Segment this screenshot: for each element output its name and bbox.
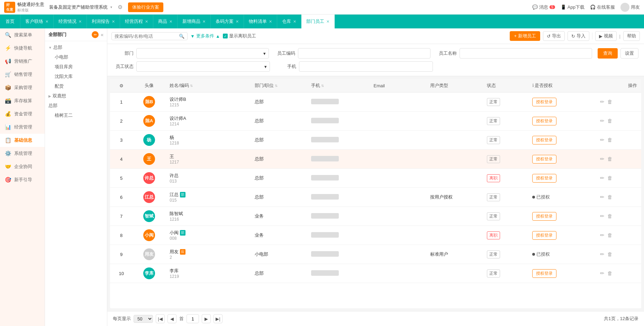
delete-icon[interactable]: 🗑 [607,251,613,257]
page-size-select[interactable]: 50 20 100 [134,315,153,323]
delete-icon[interactable]: 🗑 [607,213,613,219]
edit-icon[interactable]: ✏ [600,213,605,219]
tab-operation[interactable]: 经营情况 ✕ [54,15,87,28]
th-name[interactable]: 姓名/编码 ⇅ [165,79,250,92]
tab-new-goods[interactable]: 新增商品 ✕ [178,15,211,28]
auth-button[interactable]: 授权登录 [532,231,556,240]
online-service-button[interactable]: 🎧 在线客服 [590,4,615,10]
delete-icon[interactable]: 🗑 [607,99,613,105]
help-button[interactable]: 帮助 [623,31,640,41]
auth-button[interactable]: 授权登录 [532,155,556,164]
edit-icon[interactable]: ✏ [600,156,605,162]
delete-icon[interactable]: 🗑 [607,118,613,124]
dept-node-shenyang[interactable]: 沈阳大库 [45,72,107,81]
nav-purchase[interactable]: 📦 采购管理 [0,81,45,94]
nav-system[interactable]: ⚙️ 系统管理 [0,147,45,160]
tab-bom[interactable]: 物料清单 ✕ [244,15,277,28]
edit-icon[interactable]: ✏ [600,137,605,143]
nav-guide[interactable]: 🎯 新手引导 [0,173,45,186]
message-button[interactable]: 💬 消息 5 [532,4,555,10]
first-page-button[interactable]: |◀ [156,314,165,323]
app-download-button[interactable]: 📱 App下载 [561,4,584,10]
auth-button[interactable]: 授权登录 [532,269,556,278]
delete-icon[interactable]: 🗑 [607,137,613,143]
dept-node-shuanglu[interactable]: ▶ 双鹿想 [45,91,107,101]
close-icon[interactable]: ✕ [269,19,272,24]
emp-name-input[interactable] [460,48,592,59]
close-icon[interactable]: ✕ [236,19,239,24]
tab-profit[interactable]: 利润报告 ✕ [87,15,120,28]
auth-button[interactable]: 授权登录 [532,174,556,183]
edit-icon[interactable]: ✏ [600,194,605,200]
edit-icon[interactable]: ✏ [600,99,605,105]
close-icon[interactable]: ✕ [202,19,206,24]
user-menu[interactable]: 用友 [620,3,640,12]
export-button[interactable]: ↺ 导出 [543,31,565,41]
page-number-input[interactable] [187,314,199,323]
trial-button[interactable]: 体验行业方案 [128,2,163,12]
close-icon[interactable]: ✕ [45,19,48,24]
close-icon[interactable]: ✕ [112,19,115,24]
more-conditions-button[interactable]: ▼ 更多条件 ▲ [190,33,220,39]
dept-node-head[interactable]: ▼ 总部 [45,43,107,52]
add-employee-button[interactable]: + 新增员工 [510,31,540,41]
delete-icon[interactable]: 🗑 [607,270,613,276]
nav-coop[interactable]: 🤝 企业协同 [0,160,45,173]
set-button[interactable]: 设置 [620,48,638,59]
close-icon[interactable]: ✕ [145,19,148,24]
edit-icon[interactable]: ✏ [600,270,605,276]
query-button[interactable]: 查询 [598,48,618,59]
tab-customer[interactable]: 客户联络 ✕ [20,15,54,28]
edit-icon[interactable]: ✏ [600,232,605,238]
delete-icon[interactable]: 🗑 [607,232,613,238]
phone-input[interactable] [299,61,433,72]
tab-department[interactable]: 部门员工 ✕ [301,15,335,28]
import-button[interactable]: ↻ 导入 [568,31,589,41]
close-icon[interactable]: ✕ [79,19,82,24]
settings-button[interactable]: ⚙ [115,4,125,10]
prev-page-button[interactable]: ◀ [167,314,176,323]
nav-finance[interactable]: 💰 资金管理 [0,107,45,121]
auth-button[interactable]: 授权登录 [532,136,556,144]
dept-node-zhishu[interactable]: 植树王二 [45,111,107,120]
view-button[interactable]: ▶ 视频 [595,31,617,41]
nav-inventory[interactable]: 🗃️ 库存核算 [0,94,45,107]
delete-icon[interactable]: 🗑 [607,156,613,162]
search-input[interactable] [115,34,177,39]
close-icon[interactable]: ✕ [169,19,172,24]
nav-operation-mgmt[interactable]: 📊 经营管理 [0,121,45,134]
nav-sales[interactable]: 🛒 销售管理 [0,68,45,81]
dept-node-xiaodian[interactable]: 小电部 [45,52,107,62]
nav-shortcut[interactable]: ⚡ 快捷导航 [0,42,45,55]
th-phone[interactable]: 手机 ⇅ [307,79,369,92]
dept-node-project[interactable]: 项目库房 [45,62,107,72]
nav-marketing[interactable]: 📢 营销推广 [0,55,45,68]
edit-icon[interactable]: ✏ [600,251,605,257]
dept-collapse-button[interactable]: « [101,32,103,37]
emp-code-input[interactable] [298,48,430,59]
dept-node-zongbu[interactable]: 总部 [45,101,107,111]
show-resigned-toggle[interactable]: ✓ 显示离职员工 [223,33,256,39]
nav-search[interactable]: 🔍 搜索菜单 [0,28,45,42]
nav-basic-info[interactable]: 📋 基础信息 [0,134,45,147]
dept-node-peihuo[interactable]: 配货 [45,81,107,91]
edit-icon[interactable]: ✏ [600,175,605,181]
tab-home[interactable]: 首页 [0,15,20,28]
close-icon[interactable]: ✕ [293,19,296,24]
next-page-button[interactable]: ▶ [202,314,211,323]
dept-edit-button[interactable]: ✏ [92,31,99,38]
tab-history[interactable]: 经营历程 ✕ [120,15,153,28]
th-dept[interactable]: 部门/职位 ⇅ [251,79,307,92]
auth-button[interactable]: 授权登录 [532,117,556,125]
system-dropdown-icon[interactable]: ▾ [110,5,112,9]
last-page-button[interactable]: ▶| [214,314,223,323]
delete-icon[interactable]: 🗑 [607,175,613,181]
delete-icon[interactable]: 🗑 [607,194,613,200]
tab-warehouse[interactable]: 仓库 ✕ [277,15,301,28]
tab-goods[interactable]: 商品 ✕ [153,15,178,28]
close-icon[interactable]: ✕ [326,19,329,24]
tab-barcode[interactable]: 条码方案 ✕ [211,15,244,28]
th-settings[interactable]: ⚙ [110,79,133,92]
auth-button[interactable]: 授权登录 [532,212,556,221]
edit-icon[interactable]: ✏ [600,118,605,124]
